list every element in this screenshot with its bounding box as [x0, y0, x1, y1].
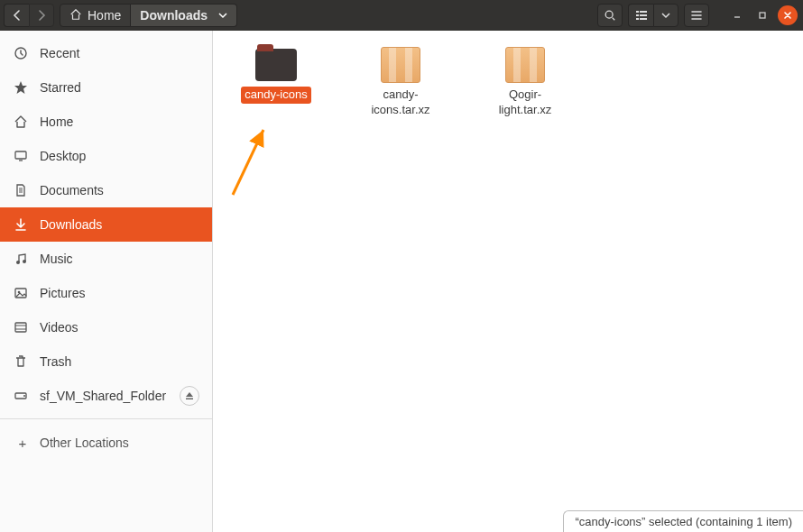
downloads-icon	[13, 217, 29, 232]
star-icon	[13, 80, 29, 95]
sidebar-item-sf-vm-shared-folder[interactable]: sf_VM_Shared_Folder	[0, 379, 212, 413]
file-label: candy-icons.tar.xz	[359, 87, 442, 119]
desktop-icon	[13, 149, 29, 163]
sidebar-item-recent[interactable]: Recent	[0, 36, 212, 70]
list-view-icon	[635, 9, 648, 22]
svg-rect-2	[640, 11, 647, 13]
pictures-icon	[13, 286, 29, 300]
archive-icon	[503, 47, 547, 83]
chevron-left-icon	[12, 10, 23, 21]
chevron-right-icon	[36, 10, 47, 21]
sidebar-item-label: Home	[40, 115, 199, 129]
sidebar-divider	[0, 418, 212, 419]
file-label: candy-icons	[241, 87, 310, 104]
folder-icon	[254, 47, 298, 83]
crumb-home-label: Home	[88, 8, 121, 23]
sidebar-item-label: Recent	[40, 46, 199, 60]
view-options-button[interactable]	[653, 4, 678, 27]
svg-rect-7	[760, 13, 765, 18]
music-icon	[13, 252, 29, 266]
sidebar-item-label: Downloads	[40, 217, 199, 232]
nav-group	[4, 4, 54, 27]
svg-point-11	[23, 260, 26, 263]
videos-icon	[13, 320, 29, 335]
view-toggle-button[interactable]	[628, 4, 653, 27]
svg-point-0	[605, 11, 613, 18]
hamburger-icon	[690, 9, 703, 22]
sidebar-item-label: Music	[40, 252, 199, 266]
eject-button[interactable]	[180, 386, 199, 406]
sidebar-item-trash[interactable]: Trash	[0, 344, 212, 379]
file-grid: candy-icons candy-icons.tar.xz Qogir-lig…	[213, 31, 803, 135]
hamburger-menu-button[interactable]	[684, 4, 709, 27]
sidebar-item-home[interactable]: Home	[0, 105, 212, 139]
archive-icon	[379, 47, 422, 83]
sidebar: Recent Starred Home Desktop Documents	[0, 31, 213, 532]
file-pane[interactable]: candy-icons candy-icons.tar.xz Qogir-lig…	[213, 31, 803, 532]
maximize-button[interactable]	[752, 5, 772, 25]
crumb-home[interactable]: Home	[60, 4, 131, 27]
svg-rect-6	[640, 18, 647, 20]
search-button[interactable]	[597, 4, 623, 27]
svg-point-16	[23, 395, 25, 397]
clock-icon	[13, 46, 29, 60]
svg-rect-1	[636, 11, 639, 13]
file-item-candy-icons[interactable]: candy-icons	[235, 47, 318, 104]
home-icon	[13, 115, 29, 129]
forward-button[interactable]	[29, 4, 54, 27]
sidebar-item-videos[interactable]: Videos	[0, 310, 212, 344]
crumb-current[interactable]: Downloads	[131, 4, 237, 27]
trash-icon	[13, 354, 29, 369]
sidebar-other-locations[interactable]: + Other Locations	[0, 425, 212, 461]
sidebar-item-music[interactable]: Music	[0, 242, 212, 276]
back-button[interactable]	[4, 4, 29, 27]
svg-rect-3	[636, 14, 639, 16]
other-locations-label: Other Locations	[40, 436, 129, 450]
home-icon	[69, 8, 82, 23]
breadcrumb: Home Downloads	[60, 4, 237, 27]
sidebar-item-label: Documents	[40, 183, 199, 197]
sidebar-item-label: Desktop	[40, 149, 199, 163]
status-bar: “candy-icons” selected (containing 1 ite…	[563, 510, 803, 532]
minimize-icon	[733, 11, 742, 20]
maximize-icon	[758, 11, 767, 20]
svg-rect-4	[640, 14, 647, 16]
dropdown-icon	[218, 11, 227, 20]
plus-icon: +	[16, 436, 29, 451]
sidebar-item-label: Pictures	[40, 286, 199, 300]
sidebar-item-documents[interactable]: Documents	[0, 173, 212, 207]
close-button[interactable]	[778, 5, 798, 25]
svg-rect-14	[15, 323, 26, 332]
minimize-button[interactable]	[727, 5, 747, 25]
sidebar-item-pictures[interactable]: Pictures	[0, 276, 212, 310]
drive-icon	[13, 389, 29, 403]
status-text: “candy-icons” selected (containing 1 ite…	[575, 515, 792, 528]
sidebar-item-label: Trash	[40, 354, 199, 369]
headerbar: Home Downloads	[0, 0, 803, 31]
close-icon	[783, 11, 792, 20]
sidebar-item-desktop[interactable]: Desktop	[0, 139, 212, 173]
svg-rect-5	[636, 18, 639, 20]
sidebar-item-label: Starred	[40, 80, 199, 95]
view-group	[628, 4, 678, 27]
sidebar-item-downloads[interactable]: Downloads	[0, 207, 212, 242]
crumb-current-label: Downloads	[140, 8, 208, 23]
file-label: Qogir-light.tar.xz	[484, 87, 567, 119]
sidebar-item-label: sf_VM_Shared_Folder	[40, 389, 169, 403]
sidebar-item-starred[interactable]: Starred	[0, 70, 212, 105]
svg-rect-9	[15, 151, 26, 159]
svg-rect-17	[186, 399, 193, 400]
sidebar-item-label: Videos	[40, 320, 199, 335]
documents-icon	[13, 183, 29, 197]
search-icon	[604, 9, 616, 22]
chevron-down-icon	[661, 11, 670, 20]
svg-point-10	[16, 261, 20, 264]
file-item-qogir-light-tar-xz[interactable]: Qogir-light.tar.xz	[484, 47, 567, 119]
eject-icon	[185, 391, 194, 400]
file-item-candy-icons-tar-xz[interactable]: candy-icons.tar.xz	[359, 47, 442, 119]
